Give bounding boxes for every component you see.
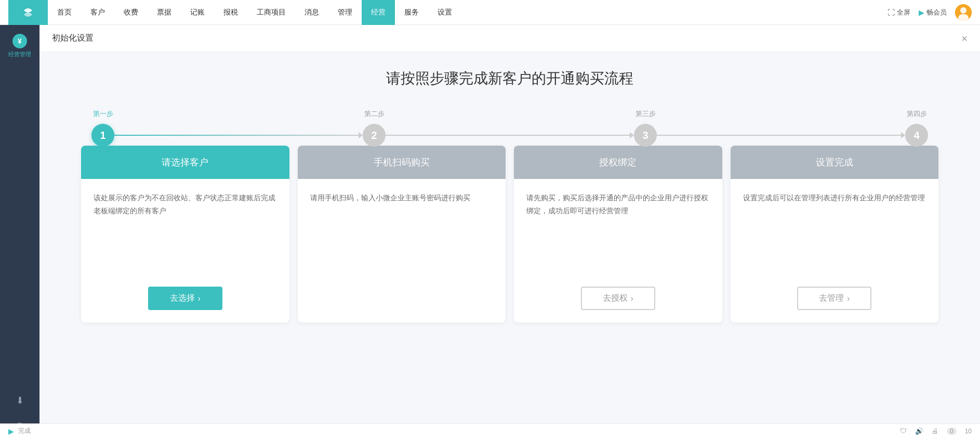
status-right: 🛡 🔊 🖨 0 10 [900, 427, 972, 435]
time-icon: 10 [965, 428, 972, 435]
close-button[interactable]: × [961, 33, 968, 44]
sidebar-item-label: 经营管理 [8, 50, 31, 58]
card4-btn-label: 去管理 [819, 293, 844, 304]
nav-item-service[interactable]: 服务 [395, 0, 428, 25]
card1-desc: 该处展示的客户为不在回收站、客户状态正常建账后完成老板端绑定的所有客户 [94, 191, 277, 217]
nav-item-tax[interactable]: 报税 [214, 0, 247, 25]
card3-title: 授权绑定 [599, 157, 637, 168]
card4-btn[interactable]: 去管理 › [797, 287, 871, 310]
vip-btn[interactable]: ▶ 畅会员 [919, 8, 947, 17]
card2-header: 手机扫码购买 [298, 146, 506, 179]
svg-point-2 [960, 7, 966, 14]
steps-row: 第一步 1 第二步 2 [71, 109, 949, 147]
process-container: 请按照步骤完成新客户的开通购买流程 第一步 1 第二步 2 [39, 52, 980, 438]
nav-item-operation[interactable]: 经营 [362, 0, 395, 25]
card3-body: 请先购买，购买后选择开通的产品中的企业用户进行授权绑定，成功后即可进行经营管理 [514, 179, 722, 278]
top-nav: 首页 客户 收费 票据 记账 报税 工商项目 消息 管理 经营 服务 设置 ⛶ … [0, 0, 980, 25]
print-icon: 🖨 [932, 427, 938, 435]
step3-circle: 3 [634, 124, 657, 147]
card1-btn-label: 去选择 [170, 293, 195, 304]
card2-footer [298, 302, 506, 323]
card2-desc: 请用手机扫码，输入小微企业主账号密码进行购买 [310, 191, 494, 204]
card3-btn-arrow: › [631, 294, 633, 303]
card-2: 手机扫码购买 请用手机扫码，输入小微企业主账号密码进行购买 [298, 146, 506, 323]
step4-label: 第四步 [907, 109, 927, 119]
line-1 [114, 132, 363, 138]
nav-item-home[interactable]: 首页 [48, 0, 81, 25]
vip-icon: ▶ [919, 8, 924, 17]
nav-item-customer[interactable]: 客户 [81, 0, 114, 25]
step-col-4: 第四步 4 [905, 109, 928, 147]
nav-logo [8, 0, 48, 25]
fullscreen-btn[interactable]: ⛶ 全屏 [888, 8, 910, 17]
volume-icon: 🔊 [915, 427, 923, 435]
sidebar-item-operation[interactable]: ¥ 经营管理 [0, 29, 39, 62]
fullscreen-label: 全屏 [897, 8, 910, 17]
layout: ¥ 经营管理 ⬇ ◎ 初始化设置 × 请按照步骤完成新客户的开通购买流程 第一步… [0, 25, 980, 438]
status-label: 完成 [18, 427, 31, 435]
download-icon: ⬇ [16, 395, 24, 406]
nav-item-settings[interactable]: 设置 [428, 0, 461, 25]
card3-desc: 请先购买，购买后选择开通的产品中的企业用户进行授权绑定，成功后即可进行经营管理 [526, 191, 710, 217]
nav-item-message[interactable]: 消息 [295, 0, 328, 25]
card1-btn-arrow: › [198, 294, 201, 303]
status-bar: ▶ 完成 🛡 🔊 🖨 0 10 [0, 423, 980, 438]
card3-footer: 去授权 › [514, 278, 722, 323]
card1-body: 该处展示的客户为不在回收站、客户状态正常建账后完成老板端绑定的所有客户 [81, 179, 289, 278]
step-col-2: 第二步 2 [363, 109, 386, 147]
nav-item-bill[interactable]: 票据 [148, 0, 181, 25]
vip-label: 畅会员 [926, 8, 947, 17]
cards-row: 请选择客户 该处展示的客户为不在回收站、客户状态正常建账后完成老板端绑定的所有客… [71, 146, 949, 323]
sidebar: ¥ 经营管理 ⬇ ◎ [0, 25, 39, 438]
avatar[interactable] [955, 4, 972, 21]
main-title: 请按照步骤完成新客户的开通购买流程 [71, 69, 949, 88]
step3-label: 第三步 [635, 109, 656, 119]
shield-icon: 🛡 [900, 427, 907, 435]
nav-right: ⛶ 全屏 ▶ 畅会员 [888, 4, 972, 21]
card1-header: 请选择客户 [81, 146, 289, 179]
operation-icon: ¥ [12, 34, 27, 48]
zero-badge: 0 [947, 428, 957, 435]
step-col-3: 第三步 3 [634, 109, 657, 147]
card4-body: 设置完成后可以在管理列表进行所有企业用户的经营管理 [731, 179, 939, 278]
card4-header: 设置完成 [731, 146, 939, 179]
card2-title: 手机扫码购买 [374, 157, 430, 168]
nav-items: 首页 客户 收费 票据 记账 报税 工商项目 消息 管理 经营 服务 设置 [48, 0, 888, 25]
card-4: 设置完成 设置完成后可以在管理列表进行所有企业用户的经营管理 去管理 › [731, 146, 939, 323]
page-title: 初始化设置 [52, 33, 94, 44]
card4-desc: 设置完成后可以在管理列表进行所有企业用户的经营管理 [743, 191, 926, 204]
card4-footer: 去管理 › [731, 278, 939, 323]
step1-label: 第一步 [93, 109, 113, 119]
step2-label: 第二步 [364, 109, 385, 119]
nav-item-charge[interactable]: 收费 [114, 0, 148, 25]
card3-header: 授权绑定 [514, 146, 722, 179]
step4-circle: 4 [905, 124, 928, 147]
page-header: 初始化设置 × [39, 25, 980, 52]
step-col-1: 第一步 1 [91, 109, 114, 147]
line-2 [386, 132, 634, 138]
nav-item-manage[interactable]: 管理 [328, 0, 362, 25]
card1-btn[interactable]: 去选择 › [148, 287, 222, 310]
nav-item-account[interactable]: 记账 [181, 0, 214, 25]
card3-btn[interactable]: 去授权 › [581, 287, 655, 310]
card1-title: 请选择客户 [162, 157, 208, 168]
card3-btn-label: 去授权 [603, 293, 628, 304]
card4-btn-arrow: › [847, 294, 850, 303]
step2-circle: 2 [363, 124, 386, 147]
step1-circle: 1 [91, 124, 114, 147]
fullscreen-icon: ⛶ [888, 8, 895, 17]
line-3 [657, 132, 905, 138]
card2-body: 请用手机扫码，输入小微企业主账号密码进行购买 [298, 179, 506, 302]
card-3: 授权绑定 请先购买，购买后选择开通的产品中的企业用户进行授权绑定，成功后即可进行… [514, 146, 722, 323]
sidebar-download[interactable]: ⬇ [0, 388, 39, 413]
main-content: 初始化设置 × 请按照步骤完成新客户的开通购买流程 第一步 1 第二步 [39, 25, 980, 438]
card-1: 请选择客户 该处展示的客户为不在回收站、客户状态正常建账后完成老板端绑定的所有客… [81, 146, 289, 323]
nav-item-business[interactable]: 工商项目 [247, 0, 295, 25]
play-icon: ▶ [8, 427, 14, 435]
card4-title: 设置完成 [816, 157, 853, 168]
card1-footer: 去选择 › [81, 278, 289, 323]
